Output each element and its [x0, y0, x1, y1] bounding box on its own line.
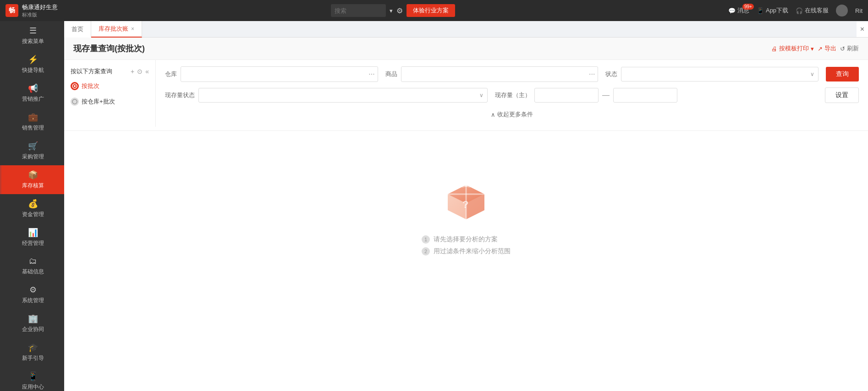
- print-label: 按模板打印: [779, 44, 809, 53]
- print-icon: 🖨: [771, 45, 777, 52]
- finance-icon: 💰: [28, 199, 38, 209]
- sidebar-item-label: 应用中心: [22, 383, 44, 391]
- print-arrow-icon: ▾: [811, 45, 814, 52]
- filter-item-status: 状态 ∨: [605, 67, 819, 81]
- schema-batch-icon: [71, 82, 79, 90]
- filter-collapse-sidebar-button[interactable]: «: [145, 68, 149, 75]
- quick-nav-icon: ⚡: [28, 54, 38, 65]
- collapse-label: 收起更多条件: [497, 110, 533, 119]
- tab-close-icon[interactable]: ×: [131, 26, 134, 32]
- refresh-label: 刷新: [847, 44, 859, 53]
- filter-schema-warehouse-batch[interactable]: 按仓库+批次: [64, 94, 155, 109]
- warehouse-dots-button[interactable]: ···: [366, 70, 377, 78]
- purchase-icon: 🛒: [28, 141, 38, 151]
- export-label: 导出: [824, 44, 836, 53]
- export-button[interactable]: ↗ 导出: [818, 44, 836, 53]
- settings-button[interactable]: 设置: [825, 87, 859, 103]
- search-input[interactable]: [331, 4, 386, 17]
- basic-icon: 🗂: [29, 256, 37, 266]
- sidebar-item-basic[interactable]: 🗂 基础信息: [0, 252, 64, 280]
- sidebar-item-label: 营销推广: [22, 95, 44, 103]
- stock-amount-label: 现存量（主）: [495, 91, 531, 99]
- sidebar-item-label: 采购管理: [22, 153, 44, 161]
- status-select[interactable]: ∨: [621, 67, 819, 81]
- newbie-icon: 🎓: [28, 342, 38, 353]
- sidebar-item-sales[interactable]: 💼 销售管理: [0, 108, 64, 136]
- phone-icon: 📱: [757, 7, 764, 14]
- search-menu-icon: ☰: [29, 26, 37, 36]
- collapse-icon: ∧: [491, 111, 495, 118]
- sidebar-item-label: 搜索菜单: [22, 38, 44, 45]
- messages-action[interactable]: 💬 消息 99+: [728, 6, 749, 15]
- svg-point-10: [464, 183, 468, 187]
- svg-point-2: [72, 99, 77, 104]
- filter-schema-warehouse-batch-label: 按仓库+批次: [82, 98, 115, 106]
- filter-sidebar-title-actions: + ⊙ «: [131, 68, 149, 75]
- content-area: 首页 库存批次账 × × 现存量查询(按批次) 🖨 按模板打印 ▾: [64, 21, 868, 391]
- message-icon: 💬: [728, 7, 736, 14]
- filter-schema-batch[interactable]: 按批次: [64, 78, 155, 94]
- filter-item-stock-status: 现存量状态 ∨: [165, 88, 488, 103]
- sidebar-item-app-center[interactable]: 📱 应用中心: [0, 367, 64, 391]
- sidebar-item-label: 新手引导: [22, 354, 44, 362]
- system-icon: ⚙: [29, 285, 37, 295]
- warehouse-input[interactable]: [181, 67, 366, 81]
- product-label: 商品: [385, 70, 397, 78]
- filter-item-stock-amount: 现存量（主） —: [495, 88, 818, 103]
- hint-1-text: 请先选择要分析的方案: [434, 235, 498, 244]
- product-input-container[interactable]: ···: [401, 66, 599, 82]
- filter-sidebar: 按以下方案查询 + ⊙ « 按批次: [64, 60, 156, 127]
- sidebar-item-label: 资金管理: [22, 211, 44, 218]
- marketing-icon: 📢: [28, 83, 38, 93]
- main-layout: ☰ 搜索菜单 ⚡ 快捷导航 📢 营销推广 💼 销售管理 🛒 采购管理 📦 库存核…: [0, 21, 868, 391]
- close-panel-button[interactable]: ×: [857, 22, 868, 37]
- empty-hint-1: 1 请先选择要分析的方案: [422, 235, 511, 244]
- filter-row-1: 仓库 ··· 商品 ···: [165, 66, 859, 82]
- sidebar-item-newbie[interactable]: 🎓 新手引导: [0, 338, 64, 367]
- app-download-label: App下载: [766, 6, 788, 15]
- sidebar-item-search[interactable]: ☰ 搜索菜单: [0, 21, 64, 50]
- sidebar-item-marketing[interactable]: 📢 营销推广: [0, 79, 64, 108]
- sidebar-item-label: 经营管理: [22, 239, 44, 247]
- sidebar-item-purchase[interactable]: 🛒 采购管理: [0, 136, 64, 165]
- filter-sidebar-title: 按以下方案查询 + ⊙ «: [64, 65, 155, 78]
- gear-button[interactable]: ⚙: [396, 6, 403, 15]
- sidebar-item-label: 企业协同: [22, 326, 44, 333]
- sidebar-item-quick-nav[interactable]: ⚡ 快捷导航: [0, 50, 64, 79]
- product-dots-button[interactable]: ···: [586, 70, 598, 78]
- collapse-conditions-button[interactable]: ∧ 收起更多条件: [491, 109, 533, 120]
- tab-home[interactable]: 首页: [64, 21, 91, 38]
- filter-add-button[interactable]: +: [131, 68, 134, 75]
- schema-warehouse-batch-icon: [71, 98, 79, 106]
- sidebar-item-finance[interactable]: 💰 资金管理: [0, 194, 64, 223]
- empty-hint-2: 2 用过滤条件来缩小分析范围: [422, 247, 511, 255]
- sidebar-item-system[interactable]: ⚙ 系统管理: [0, 280, 64, 309]
- stock-status-label: 现存量状态: [165, 91, 195, 99]
- avatar[interactable]: [836, 5, 848, 16]
- print-button[interactable]: 🖨 按模板打印 ▾: [771, 44, 814, 53]
- stock-amount-to-input[interactable]: [613, 88, 677, 103]
- sidebar-item-enterprise[interactable]: 🏢 企业协同: [0, 309, 64, 338]
- product-input[interactable]: [401, 67, 586, 81]
- dropdown-button[interactable]: ▾: [390, 7, 393, 14]
- filter-row-2: 现存量状态 ∨ 现存量（主） — 设置: [165, 87, 859, 103]
- empty-state: ? 1 请先选择要分析的方案 2 用过滤条件来缩小分析范围: [64, 135, 868, 296]
- stock-status-select[interactable]: ∨: [198, 88, 488, 103]
- sidebar-item-inventory[interactable]: 📦 库存核算: [0, 165, 64, 194]
- filter-settings-icon-button[interactable]: ⊙: [137, 68, 143, 75]
- tab-active-label: 库存批次账: [99, 25, 128, 33]
- collapse-row: ∧ 收起更多条件: [165, 109, 859, 120]
- app-download-action[interactable]: 📱 App下载: [757, 6, 788, 15]
- warehouse-input-container[interactable]: ···: [181, 66, 378, 82]
- experience-button[interactable]: 体验行业方案: [407, 4, 455, 17]
- stock-amount-from-input[interactable]: [534, 88, 599, 103]
- app-subtitle: 标准版: [22, 11, 58, 18]
- query-button[interactable]: 查询: [826, 67, 859, 81]
- topbar-left: 畅 畅康通好生意 标准版: [5, 3, 58, 18]
- sidebar-item-business[interactable]: 📊 经营管理: [0, 223, 64, 252]
- warehouse-label: 仓库: [165, 70, 177, 78]
- customer-service-action[interactable]: 🎧 在线客服: [796, 6, 829, 15]
- refresh-button[interactable]: ↺ 刷新: [840, 44, 859, 53]
- business-icon: 📊: [28, 228, 38, 238]
- tab-inventory-batch[interactable]: 库存批次账 ×: [91, 21, 142, 38]
